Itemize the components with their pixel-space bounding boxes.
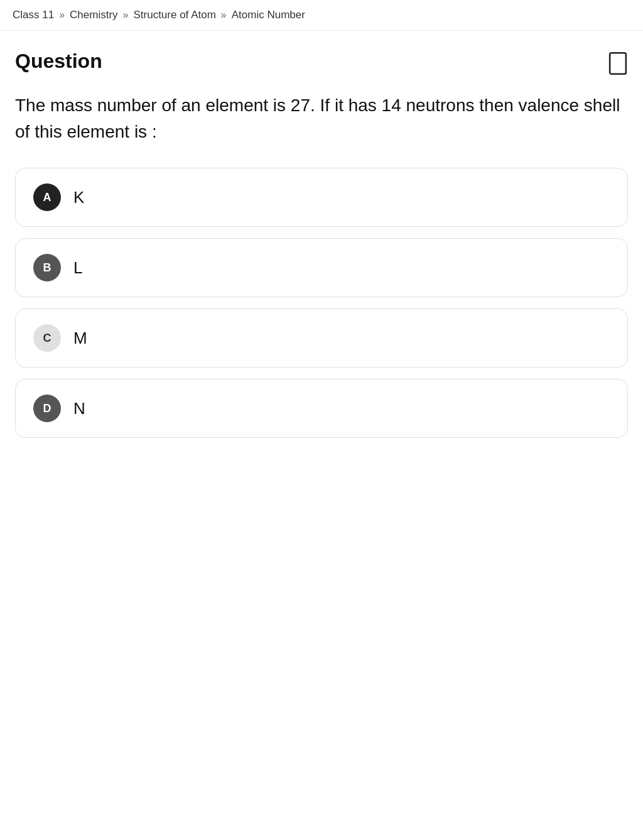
breadcrumb-class11[interactable]: Class 11 xyxy=(13,9,54,21)
option-b[interactable]: B L xyxy=(15,238,628,297)
option-a-label: K xyxy=(73,188,84,207)
option-a[interactable]: A K xyxy=(15,168,628,227)
svg-rect-0 xyxy=(610,53,626,74)
option-b-badge: B xyxy=(33,254,61,281)
breadcrumb: Class 11 » Chemistry » Structure of Atom… xyxy=(0,0,643,31)
option-c-badge: C xyxy=(33,324,61,352)
question-title: Question xyxy=(15,50,102,73)
option-d-label: N xyxy=(73,399,85,418)
option-b-label: L xyxy=(73,258,82,278)
breadcrumb-sep-2: » xyxy=(123,9,129,21)
breadcrumb-chemistry[interactable]: Chemistry xyxy=(70,9,118,21)
option-d[interactable]: D N xyxy=(15,379,628,438)
breadcrumb-atomic-number[interactable]: Atomic Number xyxy=(232,9,305,21)
bookmark-icon[interactable] xyxy=(608,52,628,75)
question-text: The mass number of an element is 27. If … xyxy=(15,92,628,145)
option-d-badge: D xyxy=(33,395,61,422)
breadcrumb-sep-1: » xyxy=(59,9,65,21)
breadcrumb-structure-of-atom[interactable]: Structure of Atom xyxy=(133,9,215,21)
option-a-badge: A xyxy=(33,183,61,211)
option-c-label: M xyxy=(73,329,87,348)
options-container: A K B L C M D N xyxy=(15,168,628,438)
option-c[interactable]: C M xyxy=(15,308,628,368)
main-content: Question The mass number of an element i… xyxy=(0,31,643,463)
breadcrumb-sep-3: » xyxy=(221,9,227,21)
question-header: Question xyxy=(15,50,628,75)
